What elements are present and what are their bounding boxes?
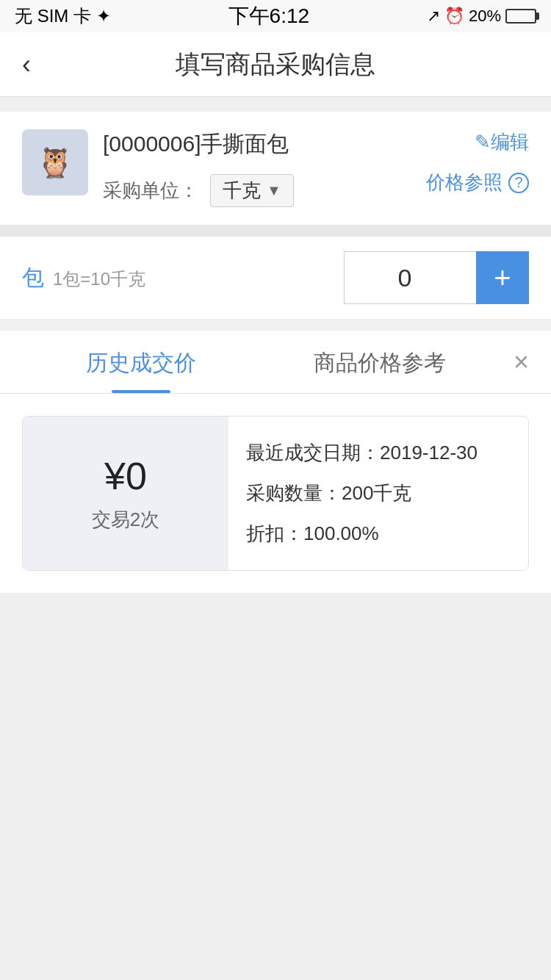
tabs-panel: 历史成交价 商品价格参考 × ¥0 交易2次 最近成交日期：2019-12-30… [0, 331, 551, 593]
unit-selector[interactable]: 千克 ▼ [210, 174, 294, 207]
tab-product-price-ref[interactable]: 商品价格参考 [260, 331, 498, 393]
purchase-qty-label: 采购数量： [246, 482, 342, 504]
nav-bar: ‹ 填写商品采购信息 [0, 32, 551, 97]
product-logo-icon: 🦉 [37, 145, 73, 180]
direction-icon: ↗ [427, 7, 440, 26]
status-right: ↗ ⏰ 20% [427, 7, 536, 26]
price-times: 交易2次 [92, 507, 159, 533]
quantity-plus-button[interactable]: + [476, 251, 529, 304]
quantity-input-block: + [344, 251, 529, 304]
product-actions: ✎编辑 价格参照 ? [426, 129, 529, 195]
product-card: 🦉 [0000006]手撕面包 采购单位： 千克 ▼ ✎编辑 价格参照 ? [0, 112, 551, 225]
discount-value: 100.00% [303, 522, 379, 544]
battery-pct: 20% [469, 7, 501, 26]
tab-history-price-label: 历史成交价 [86, 350, 196, 375]
product-unit-row: 采购单位： 千克 ▼ [103, 174, 294, 207]
tab-history-price[interactable]: 历史成交价 [22, 331, 260, 393]
product-name: [0000006]手撕面包 [103, 129, 294, 159]
unit-label: 采购单位： [103, 178, 198, 203]
status-time: 下午6:12 [228, 2, 310, 30]
battery-icon [505, 9, 536, 24]
quantity-label-block: 包 1包=10千克 [22, 263, 145, 293]
unit-dropdown-icon: ▼ [267, 182, 281, 199]
product-info: [0000006]手撕面包 采购单位： 千克 ▼ [103, 129, 294, 207]
recent-date-value: 2019-12-30 [380, 442, 478, 464]
quantity-conversion: 1包=10千克 [53, 267, 145, 291]
quantity-unit: 包 [22, 263, 44, 293]
price-ref-button[interactable]: 价格参照 ? [426, 170, 529, 195]
edit-button[interactable]: ✎编辑 [475, 129, 529, 155]
product-left: 🦉 [0000006]手撕面包 采购单位： 千克 ▼ [22, 129, 294, 207]
purchase-qty-row: 采购数量：200千克 [246, 479, 511, 508]
main-background [0, 593, 551, 980]
purchase-qty-value: 200千克 [342, 482, 411, 504]
alarm-icon: ⏰ [444, 7, 464, 26]
quantity-input[interactable] [344, 251, 476, 304]
recent-date-row: 最近成交日期：2019-12-30 [246, 439, 511, 467]
page-title: 填写商品采购信息 [176, 48, 375, 82]
quantity-row: 包 1包=10千克 + [0, 237, 551, 319]
product-thumbnail: 🦉 [22, 129, 88, 195]
price-card-left: ¥0 交易2次 [23, 417, 228, 570]
recent-date-label: 最近成交日期： [246, 442, 380, 464]
discount-row: 折扣：100.00% [246, 519, 511, 548]
sim-label: 无 SIM 卡 ✦ [15, 4, 111, 28]
unit-value: 千克 [223, 178, 261, 203]
history-price-content: ¥0 交易2次 最近成交日期：2019-12-30 采购数量：200千克 折扣：… [0, 394, 551, 593]
status-bar: 无 SIM 卡 ✦ 下午6:12 ↗ ⏰ 20% [0, 0, 551, 32]
status-left: 无 SIM 卡 ✦ [15, 4, 111, 28]
price-ref-label: 价格参照 [426, 170, 503, 195]
price-card-right: 最近成交日期：2019-12-30 采购数量：200千克 折扣：100.00% [228, 417, 528, 570]
back-button[interactable]: ‹ [22, 42, 46, 87]
price-amount: ¥0 [104, 454, 147, 498]
tab-product-price-ref-label: 商品价格参考 [314, 350, 446, 375]
discount-label: 折扣： [246, 522, 303, 544]
product-header: 🦉 [0000006]手撕面包 采购单位： 千克 ▼ ✎编辑 价格参照 ? [22, 129, 529, 207]
tab-close-button[interactable]: × [499, 339, 529, 385]
price-ref-help-icon: ? [508, 173, 529, 193]
price-card: ¥0 交易2次 最近成交日期：2019-12-30 采购数量：200千克 折扣：… [22, 416, 529, 571]
tabs-header: 历史成交价 商品价格参考 × [0, 331, 551, 394]
divider [0, 225, 551, 237]
